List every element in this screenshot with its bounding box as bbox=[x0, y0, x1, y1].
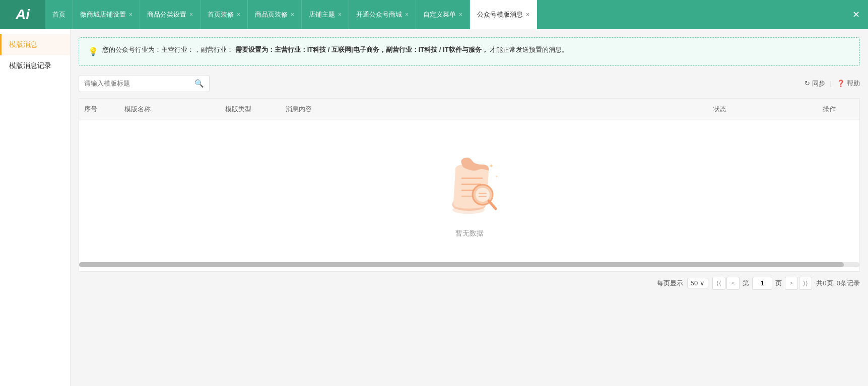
last-page-button[interactable]: ⟩⟩ bbox=[799, 277, 812, 290]
main-layout: 模版消息模版消息记录 💡 您的公众号行业为：主营行业：，副营行业： 需要设置为：… bbox=[0, 29, 868, 386]
tab-open-mall[interactable]: 开通公众号商城× bbox=[349, 0, 416, 29]
empty-illustration: ✦ ✦ · bbox=[434, 150, 505, 221]
svg-text:·: · bbox=[492, 170, 493, 174]
chevron-down-icon: ∨ bbox=[700, 279, 705, 287]
th-action: 操作 bbox=[799, 99, 859, 120]
logo: Ai bbox=[0, 0, 45, 29]
tab-close-template-msg[interactable]: × bbox=[526, 11, 529, 18]
tab-close-open-mall[interactable]: × bbox=[405, 11, 409, 18]
search-icon[interactable]: 🔍 bbox=[194, 79, 204, 88]
empty-state: ✦ ✦ · 暂无数据 bbox=[79, 120, 859, 258]
th-status: 状态 bbox=[708, 99, 799, 120]
sidebar: 模版消息模版消息记录 bbox=[0, 29, 71, 386]
svg-text:✦: ✦ bbox=[495, 174, 499, 179]
page-size-label: 每页显示 bbox=[657, 279, 683, 288]
tab-template-msg[interactable]: 公众号模版消息× bbox=[470, 0, 537, 29]
total-info: 共0页, 0条记录 bbox=[816, 279, 860, 288]
th-type: 模版类型 bbox=[220, 99, 281, 120]
tab-close-home-decor[interactable]: × bbox=[237, 11, 240, 18]
scroll-thumb bbox=[79, 262, 844, 267]
help-icon: ❓ bbox=[837, 80, 845, 87]
th-name: 模版名称 bbox=[119, 99, 220, 120]
empty-text: 暂无数据 bbox=[455, 229, 484, 238]
notice-text: 您的公众号行业为：主营行业：，副营行业： 需要设置为：主营行业：IT科技 / 互… bbox=[102, 45, 568, 55]
sidebar-item-template-records[interactable]: 模版消息记录 bbox=[0, 55, 70, 76]
global-close-button[interactable]: ✕ bbox=[844, 0, 868, 29]
first-page-button[interactable]: ⟨⟨ bbox=[712, 277, 725, 290]
help-button[interactable]: ❓ 帮助 bbox=[837, 79, 860, 88]
table-header: 序号模版名称模版类型消息内容状态操作 bbox=[79, 99, 859, 120]
tab-close-category[interactable]: × bbox=[189, 11, 193, 18]
page-size-select[interactable]: 50 ∨ bbox=[687, 278, 708, 288]
data-table: 序号模版名称模版类型消息内容状态操作 bbox=[79, 98, 860, 272]
top-nav: Ai 首页微商城店铺设置×商品分类设置×首页装修×商品页装修×店铺主题×开通公众… bbox=[0, 0, 868, 29]
notice-box: 💡 您的公众号行业为：主营行业：，副营行业： 需要设置为：主营行业：IT科技 /… bbox=[79, 37, 860, 66]
tab-shop-theme[interactable]: 店铺主题× bbox=[302, 0, 349, 29]
tab-bar: 首页微商城店铺设置×商品分类设置×首页装修×商品页装修×店铺主题×开通公众号商城… bbox=[45, 0, 844, 29]
search-bar: 🔍 ↻ 同步 | ❓ 帮助 bbox=[79, 75, 860, 92]
page-number-input[interactable] bbox=[752, 277, 772, 290]
bulb-icon: 💡 bbox=[88, 45, 98, 58]
sync-icon: ↻ bbox=[805, 80, 810, 87]
divider: | bbox=[830, 80, 832, 87]
scroll-track[interactable] bbox=[79, 262, 859, 267]
svg-point-6 bbox=[476, 188, 490, 202]
tab-close-custom-menu[interactable]: × bbox=[459, 11, 462, 18]
toolbar-right: ↻ 同步 | ❓ 帮助 bbox=[805, 79, 860, 88]
search-input-wrap: 🔍 bbox=[79, 75, 210, 92]
svg-line-7 bbox=[489, 201, 496, 209]
prev-page-button[interactable]: ＜ bbox=[726, 277, 740, 290]
sync-button[interactable]: ↻ 同步 bbox=[805, 79, 825, 88]
tab-close-shop-theme[interactable]: × bbox=[338, 11, 342, 18]
sidebar-item-template-msg[interactable]: 模版消息 bbox=[0, 34, 70, 55]
tab-product-decor[interactable]: 商品页装修× bbox=[248, 0, 302, 29]
notice-highlight: 需要设置为：主营行业：IT科技 / 互联网|电子商务，副营行业：IT科技 / I… bbox=[235, 46, 488, 53]
svg-text:✦: ✦ bbox=[489, 163, 494, 170]
tab-home[interactable]: 首页 bbox=[45, 0, 73, 29]
tab-micro-shop[interactable]: 微商城店铺设置× bbox=[73, 0, 140, 29]
tab-home-decor[interactable]: 首页装修× bbox=[201, 0, 248, 29]
tab-close-product-decor[interactable]: × bbox=[291, 11, 294, 18]
page-unit: 页 bbox=[775, 279, 782, 288]
page-navigation: ⟨⟨ ＜ 第 页 ＞ ⟩⟩ bbox=[712, 277, 812, 290]
tab-close-micro-shop[interactable]: × bbox=[129, 11, 132, 18]
th-content: 消息内容 bbox=[281, 99, 708, 120]
page-size-value: 50 bbox=[691, 279, 698, 287]
next-page-button[interactable]: ＞ bbox=[785, 277, 798, 290]
pagination: 每页显示 50 ∨ ⟨⟨ ＜ 第 页 ＞ ⟩⟩ 共0页, 0条记录 bbox=[79, 272, 860, 290]
content-area: 💡 您的公众号行业为：主营行业：，副营行业： 需要设置为：主营行业：IT科技 /… bbox=[71, 29, 868, 386]
search-input[interactable] bbox=[84, 80, 194, 87]
tab-custom-menu[interactable]: 自定义菜单× bbox=[416, 0, 470, 29]
page-word: 第 bbox=[743, 279, 749, 288]
tab-category[interactable]: 商品分类设置× bbox=[140, 0, 201, 29]
th-seq: 序号 bbox=[79, 99, 119, 120]
